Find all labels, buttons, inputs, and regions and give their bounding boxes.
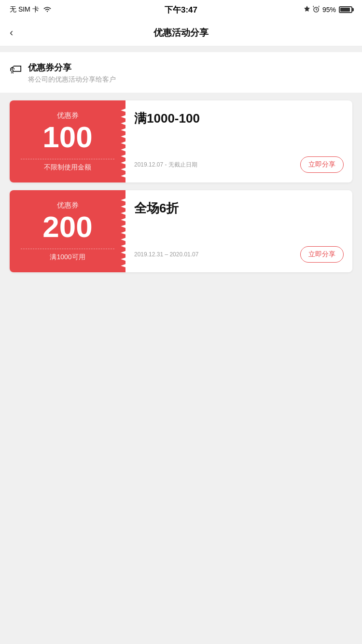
alarm-icon bbox=[313, 6, 320, 14]
battery-icon bbox=[339, 6, 352, 13]
coupon-footer-2: 2019.12.31 – 2020.01.07 立即分享 bbox=[134, 246, 344, 263]
coupon-name-2: 全场6折 bbox=[134, 200, 344, 217]
coupon-date-2: 2019.12.31 – 2020.01.07 bbox=[134, 251, 295, 259]
bottom-area bbox=[0, 288, 362, 577]
status-left: 无 SIM 卡 bbox=[10, 5, 52, 14]
page-title: 优惠活动分享 bbox=[153, 27, 209, 39]
coupon-section-icon: 🏷 bbox=[10, 63, 22, 75]
coupon-type-label-2: 优惠券 bbox=[57, 201, 79, 210]
coupon-card-2: 优惠券 200 满1000可用 全场6折 2019.12.31 – 2020.0… bbox=[10, 190, 352, 272]
coupon-amount-2: 200 bbox=[42, 212, 92, 242]
section-text: 优惠券分享 将公司的优惠活动分享给客户 bbox=[28, 62, 116, 84]
coupon-name-1: 满1000-100 bbox=[134, 110, 344, 127]
coupon-condition-1: 不限制使用金额 bbox=[44, 163, 91, 172]
coupon-left-2: 优惠券 200 满1000可用 bbox=[10, 190, 125, 272]
coupon-share-button-2[interactable]: 立即分享 bbox=[300, 246, 344, 263]
coupon-share-button-1[interactable]: 立即分享 bbox=[300, 156, 344, 173]
coupon-condition-2: 满1000可用 bbox=[50, 253, 85, 262]
coupon-type-label-1: 优惠券 bbox=[57, 111, 79, 120]
svg-line-2 bbox=[316, 10, 317, 10]
status-bar: 无 SIM 卡 下午3:47 95% bbox=[0, 0, 362, 19]
section-subtitle: 将公司的优惠活动分享给客户 bbox=[28, 75, 116, 84]
back-button[interactable]: ‹ bbox=[10, 27, 13, 39]
coupon-divider-2 bbox=[21, 249, 114, 249]
coupon-amount-1: 100 bbox=[42, 122, 92, 152]
coupon-footer-1: 2019.12.07 - 无截止日期 立即分享 bbox=[134, 156, 344, 173]
section-title: 优惠券分享 bbox=[28, 62, 116, 73]
carrier-label: 无 SIM 卡 bbox=[10, 5, 39, 14]
coupon-left-1: 优惠券 100 不限制使用金额 bbox=[10, 100, 125, 182]
coupon-right-2: 全场6折 2019.12.31 – 2020.01.07 立即分享 bbox=[125, 190, 352, 272]
coupon-right-1: 满1000-100 2019.12.07 - 无截止日期 立即分享 bbox=[125, 100, 352, 182]
location-icon bbox=[304, 6, 310, 14]
coupon-date-1: 2019.12.07 - 无截止日期 bbox=[134, 161, 295, 169]
status-time: 下午3:47 bbox=[165, 4, 197, 15]
section-header: 🏷 优惠券分享 将公司的优惠活动分享给客户 bbox=[0, 52, 362, 93]
status-right: 95% bbox=[304, 6, 352, 14]
wifi-icon bbox=[43, 6, 52, 14]
nav-bar: ‹ 优惠活动分享 bbox=[0, 19, 362, 46]
battery-percentage: 95% bbox=[322, 6, 336, 14]
coupon-card-1: 优惠券 100 不限制使用金额 满1000-100 2019.12.07 - 无… bbox=[10, 100, 352, 182]
coupon-list: 优惠券 100 不限制使用金额 满1000-100 2019.12.07 - 无… bbox=[0, 93, 362, 288]
coupon-divider-1 bbox=[21, 159, 114, 159]
